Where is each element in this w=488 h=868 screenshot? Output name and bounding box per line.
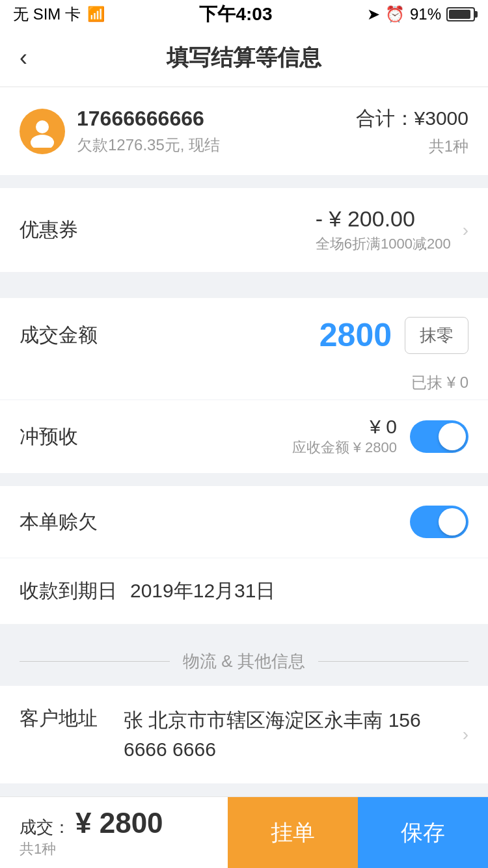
bottom-deal-label: 成交： — [20, 816, 70, 839]
total-amount: 合计：¥3000 — [356, 105, 468, 132]
coupon-label: 优惠券 — [20, 217, 78, 243]
customer-right: 合计：¥3000 共1种 — [356, 105, 468, 157]
baddebt-toggle[interactable] — [410, 506, 468, 538]
alarm-icon: ⏰ — [385, 5, 405, 23]
coupon-chevron-icon: › — [463, 220, 468, 241]
svg-point-1 — [31, 135, 54, 148]
time-label: 下午4:03 — [199, 2, 272, 27]
location-icon: ➤ — [367, 5, 380, 23]
svg-point-0 — [36, 120, 49, 133]
wifi-icon: 📶 — [87, 6, 105, 23]
user-icon — [26, 115, 59, 148]
duedate-value: 2019年12月31日 — [130, 578, 275, 604]
precollect-value: ¥ 0 — [292, 416, 397, 438]
page-title: 填写结算等信息 — [167, 43, 321, 73]
separator-label: 物流 & 其他信息 — [183, 650, 305, 673]
baddebt-row: 本单赊欠 — [0, 486, 488, 558]
divider-2 — [0, 473, 488, 486]
hold-button[interactable]: 挂单 — [228, 797, 358, 869]
precollect-right: ¥ 0 应收金额 ¥ 2800 — [292, 416, 468, 457]
baddebt-label: 本单赊欠 — [20, 509, 98, 536]
deal-label: 成交金额 — [20, 322, 98, 349]
status-bar: 无 SIM 卡 📶 下午4:03 ➤ ⏰ 91% — [0, 0, 488, 29]
coupon-amount: - ¥ 200.00 — [316, 206, 451, 232]
bottom-bar: 成交： ¥ 2800 共1种 挂单 保存 — [0, 796, 488, 868]
separator-line-left — [20, 661, 170, 662]
back-button[interactable]: ‹ — [20, 44, 27, 72]
precollect-row: 冲预收 ¥ 0 应收金额 ¥ 2800 — [0, 400, 488, 473]
precollect-toggle[interactable] — [410, 420, 468, 453]
save-button[interactable]: 保存 — [358, 797, 488, 869]
precollect-label: 冲预收 — [20, 424, 78, 450]
divider-1 — [0, 285, 488, 298]
nav-bar: ‹ 填写结算等信息 — [0, 29, 488, 87]
status-right: ➤ ⏰ 91% — [367, 5, 475, 23]
avatar — [20, 109, 65, 154]
precollect-amount: ¥ 0 应收金额 ¥ 2800 — [292, 416, 397, 457]
customer-note: 欠款1276.35元, 现结 — [77, 135, 220, 156]
deal-amount-value: 2800 — [319, 316, 392, 354]
deal-amount-row: 成交金额 2800 抹零 — [0, 298, 488, 372]
deal-amount-right: 2800 抹零 — [319, 316, 468, 354]
duedate-row: 收款到期日 2019年12月31日 — [0, 558, 488, 624]
customer-info-section: 17666666666 欠款1276.35元, 现结 合计：¥3000 共1种 — [0, 87, 488, 175]
precollect-sub: 应收金额 ¥ 2800 — [292, 438, 397, 457]
bottom-count: 共1种 — [20, 839, 208, 859]
baddebt-toggle-knob — [439, 508, 466, 536]
address-value: 张 北京市市辖区海淀区永丰南 156 6666 6666 — [124, 705, 463, 764]
bottom-deal-amount: ¥ 2800 — [75, 807, 163, 839]
customer-info-text: 17666666666 欠款1276.35元, 现结 — [77, 107, 220, 156]
total-count: 共1种 — [356, 136, 468, 157]
deal-sub-label: 已抹 ¥ 0 — [0, 372, 488, 400]
logistics-separator: 物流 & 其他信息 — [0, 637, 488, 686]
separator-line-right — [318, 661, 468, 662]
customer-phone: 17666666666 — [77, 107, 220, 131]
duedate-label: 收款到期日 — [20, 578, 117, 604]
address-row[interactable]: 客户地址 张 北京市市辖区海淀区永丰南 156 6666 6666 › — [0, 686, 488, 783]
status-left: 无 SIM 卡 📶 — [13, 4, 105, 25]
amount-section: 成交金额 2800 抹零 已抹 ¥ 0 冲预收 ¥ 0 应收金额 ¥ 2800 — [0, 298, 488, 473]
coupon-desc: 全场6折满1000减200 — [316, 234, 451, 254]
coupon-right: - ¥ 200.00 全场6折满1000减200 › — [316, 206, 468, 254]
address-chevron-icon: › — [463, 724, 468, 745]
battery-icon — [446, 7, 475, 21]
address-label: 客户地址 — [20, 705, 111, 732]
customer-left: 17666666666 欠款1276.35元, 现结 — [20, 107, 220, 156]
toggle-knob — [439, 423, 466, 450]
round-zero-button[interactable]: 抹零 — [405, 317, 468, 354]
carrier-label: 无 SIM 卡 — [13, 4, 81, 25]
bottom-left: 成交： ¥ 2800 共1种 — [0, 807, 228, 859]
coupon-row[interactable]: 优惠券 - ¥ 200.00 全场6折满1000减200 › — [0, 188, 488, 272]
battery-percent: 91% — [410, 5, 441, 23]
